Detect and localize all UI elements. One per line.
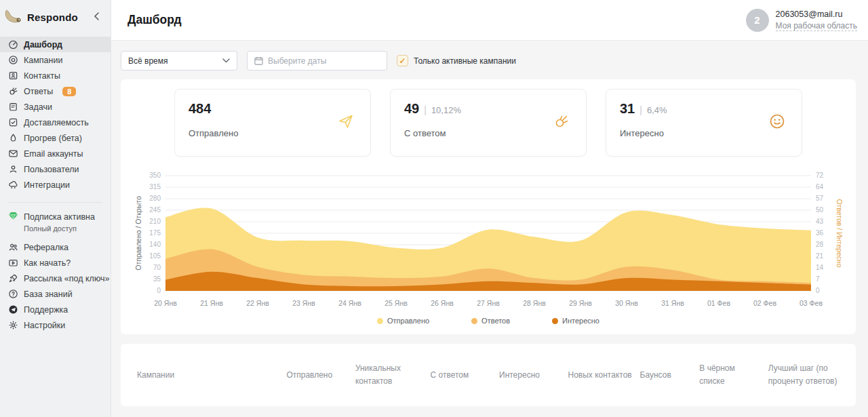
stat-card: 31|6,4% Интересно: [606, 89, 802, 157]
sidebar-item-telegram[interactable]: Поддержка: [0, 302, 111, 317]
logo-bird-icon: [4, 8, 24, 26]
user-icon: [8, 164, 18, 174]
table-column-header: Лучший шаг (по проценту ответов): [768, 362, 840, 387]
svg-text:22 Янв: 22 Янв: [246, 299, 269, 307]
sidebar-item-clipboard[interactable]: Задачи: [0, 99, 111, 115]
svg-text:280: 280: [149, 195, 161, 202]
contact-card-icon: [8, 71, 18, 81]
table-column-header: Уникальных контактов: [355, 362, 424, 387]
period-select[interactable]: Всё время: [121, 51, 237, 71]
svg-text:35: 35: [153, 275, 161, 283]
sidebar-item-question-circle[interactable]: База знаний: [0, 286, 111, 302]
svg-text:50: 50: [816, 206, 824, 214]
table-column-header: В чёрном списке: [699, 362, 761, 387]
user-email: 2063053@mail.ru: [776, 9, 857, 19]
gem-icon: [8, 211, 18, 223]
sidebar-item-label: Ответы: [24, 87, 53, 96]
drop-icon: [8, 133, 18, 143]
comet-orange-icon: [553, 113, 570, 132]
subscription-title: Подписка активна: [24, 212, 95, 222]
target-icon: [8, 55, 18, 65]
workspace-link[interactable]: Моя рабочая область: [776, 21, 857, 31]
svg-text:210: 210: [149, 218, 161, 225]
sidebar-item-label: Рефералка: [24, 243, 68, 252]
sidebar-item-user[interactable]: Пользователи: [0, 161, 111, 177]
legend-dot: [471, 318, 477, 324]
svg-text:31 Янв: 31 Янв: [661, 299, 684, 307]
app-name: Respondo: [27, 12, 87, 23]
table-column-header: Баунсов: [640, 369, 693, 382]
sidebar-item-users[interactable]: Рефералка: [0, 239, 111, 255]
sidebar-item-comet[interactable]: Ответы8: [0, 83, 111, 99]
svg-text:02 Фев: 02 Фев: [753, 299, 776, 307]
sidebar-item-cloud[interactable]: Интеграции: [0, 177, 111, 193]
date-range-input-wrap[interactable]: [247, 51, 387, 71]
chart-legend: ОтправленоОтветовИнтересно: [134, 317, 842, 327]
cloud-icon: [8, 180, 18, 190]
stat-value: 49: [404, 101, 419, 117]
avatar[interactable]: 2: [746, 9, 769, 32]
svg-text:21: 21: [816, 252, 824, 260]
main-area: Дашборд 2 2063053@mail.ru Моя рабочая об…: [111, 0, 868, 417]
svg-text:315: 315: [149, 183, 161, 191]
sidebar-item-label: База знаний: [24, 290, 73, 299]
legend-dot: [552, 318, 558, 324]
sidebar-item-label: Настройки: [24, 321, 65, 330]
sidebar: Respondo ДашбордКампанииКонтактыОтветы8З…: [0, 0, 111, 417]
subscription-status: Подписка активна Полный доступ: [0, 211, 111, 237]
sidebar-item-label: Поддержка: [24, 305, 68, 315]
sidebar-item-drop[interactable]: Прогрев (бета): [0, 130, 111, 146]
svg-text:03 Фев: 03 Фев: [800, 299, 823, 307]
legend-item: Ответов: [471, 317, 510, 325]
active-campaigns-checkbox-wrap[interactable]: ✓ Только активные кампании: [397, 55, 516, 66]
sidebar-divider: [8, 202, 102, 203]
area-chart: 0035770141052114028175362104324550280573…: [134, 170, 842, 314]
sidebar-collapse-button[interactable]: [90, 10, 104, 24]
video-icon: [8, 258, 18, 268]
gauge-icon: [8, 39, 18, 49]
stat-label: Отправлено: [189, 128, 357, 138]
date-range-input[interactable]: [268, 56, 370, 66]
sidebar-item-label: Интеграции: [24, 180, 70, 190]
filter-row: Всё время ✓ Только активные кампании: [121, 51, 856, 71]
value-separator: |: [639, 104, 642, 115]
stat-label: Интересно: [620, 128, 788, 138]
gear-icon: [8, 320, 18, 330]
sidebar-item-label: Пользователи: [24, 165, 79, 174]
svg-text:29 Янв: 29 Янв: [569, 299, 592, 307]
stat-label: С ответом: [404, 128, 572, 138]
sidebar-item-gauge[interactable]: Дашборд: [0, 37, 111, 52]
sidebar-item-label: Прогрев (бета): [24, 134, 82, 143]
sidebar-item-gear[interactable]: Настройки: [0, 317, 111, 333]
legend-dot: [377, 318, 383, 324]
sidebar-item-check-square[interactable]: Доставляемость: [0, 115, 111, 130]
sidebar-item-rocket[interactable]: Рассылка «под ключ»: [0, 271, 111, 286]
comet-icon: [8, 86, 18, 96]
legend-item: Отправлено: [377, 317, 429, 325]
stat-percent: 6,4%: [647, 105, 667, 115]
svg-text:24 Янв: 24 Янв: [338, 299, 361, 307]
svg-text:43: 43: [816, 218, 824, 225]
legend-label: Интересно: [562, 317, 599, 325]
user-block[interactable]: 2 2063053@mail.ru Моя рабочая область: [746, 9, 857, 32]
sidebar-item-target[interactable]: Кампании: [0, 52, 111, 68]
value-separator: |: [424, 104, 427, 115]
svg-text:0: 0: [157, 287, 161, 294]
sidebar-item-video[interactable]: Как начать?: [0, 255, 111, 271]
sidebar-item-label: Доставляемость: [24, 118, 89, 127]
table-column-header: Интересно: [499, 369, 561, 382]
svg-text:21 Янв: 21 Янв: [200, 299, 223, 307]
svg-text:350: 350: [149, 172, 161, 179]
svg-text:175: 175: [149, 229, 161, 237]
sidebar-item-contact-card[interactable]: Контакты: [0, 68, 111, 83]
stat-percent: 10,12%: [431, 105, 461, 115]
active-campaigns-checkbox[interactable]: ✓: [397, 55, 408, 66]
stat-card: 49|10,12% С ответом: [390, 89, 587, 157]
page-title: Дашборд: [127, 13, 182, 27]
svg-text:28 Янв: 28 Янв: [523, 299, 546, 307]
svg-text:245: 245: [149, 206, 161, 214]
sidebar-item-envelope[interactable]: Email аккаунты: [0, 146, 111, 161]
chevron-down-icon: [222, 58, 230, 63]
dashboard-panel: 484 Отправлено 49|10,12% С ответом 31|6,…: [121, 79, 856, 334]
sidebar-item-label: Email аккаунты: [24, 149, 83, 159]
